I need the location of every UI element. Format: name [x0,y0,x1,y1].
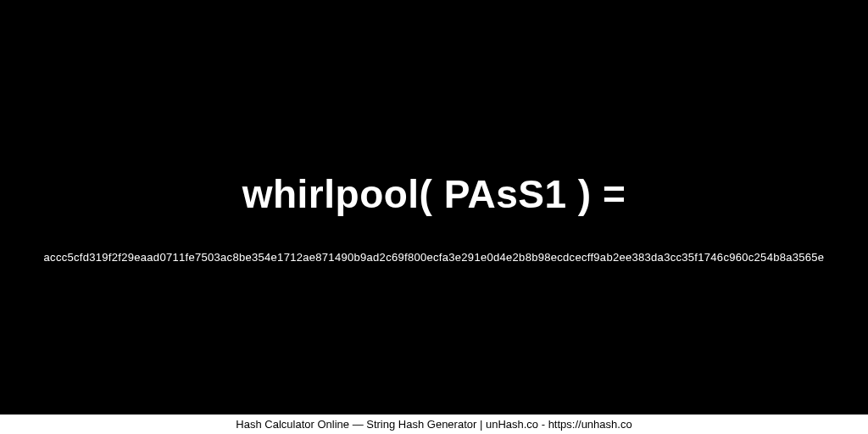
hash-output-value: accc5cfd319f2f29eaad0711fe7503ac8be354e1… [10,251,859,264]
hash-expression-heading: whirlpool( PAsS1 ) = [242,171,626,217]
footer-text: Hash Calculator Online — String Hash Gen… [236,418,632,431]
footer-bar: Hash Calculator Online — String Hash Gen… [0,415,868,434]
main-content: whirlpool( PAsS1 ) = accc5cfd319f2f29eaa… [0,0,868,434]
